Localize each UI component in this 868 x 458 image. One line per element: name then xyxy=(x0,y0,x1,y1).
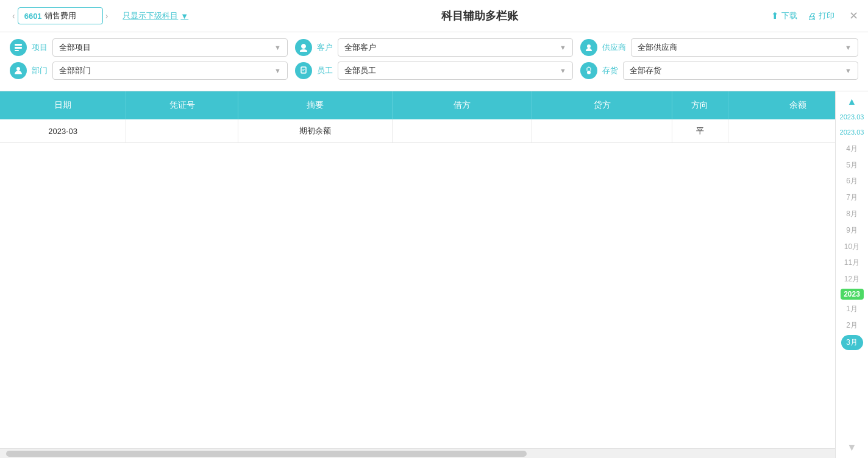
col-header-debit: 借方 xyxy=(392,91,532,119)
svg-point-6 xyxy=(587,71,591,74)
timeline-item-1[interactable]: 1月 xyxy=(836,301,868,317)
download-button[interactable]: ⬆ 下载 xyxy=(771,10,797,21)
svg-rect-5 xyxy=(301,67,306,73)
filter-customer: 客户 全部客户 ▼ xyxy=(295,38,573,57)
cell-debit xyxy=(392,119,532,143)
account-name: 销售费用 xyxy=(44,10,76,21)
horizontal-scrollbar[interactable] xyxy=(0,448,868,458)
project-value: 全部项目 xyxy=(59,42,91,53)
table-container: 日期 凭证号 摘要 借方 贷方 方向 余额 2023-03 xyxy=(0,91,868,448)
supplier-icon xyxy=(580,39,597,56)
filter-inventory: 存货 全部存货 ▼ xyxy=(580,62,858,80)
nav-prev-button[interactable]: ‹ xyxy=(10,10,18,22)
filter-row-1: 项目 全部项目 ▼ 客户 全部客户 ▼ 供应 xyxy=(10,38,858,57)
employee-label: 员工 xyxy=(317,65,333,76)
inventory-label: 存货 xyxy=(602,65,618,76)
employee-value: 全部员工 xyxy=(344,65,376,76)
timeline-item-4[interactable]: 4月 xyxy=(836,141,868,157)
timeline-item-10[interactable]: 10月 xyxy=(836,239,868,255)
show-sub-button[interactable]: 只显示下级科目 ▼ xyxy=(123,10,188,21)
customer-arrow-icon: ▼ xyxy=(560,44,566,51)
supplier-select[interactable]: 全部供应商 ▼ xyxy=(631,38,858,57)
timeline-item-3-selected[interactable]: 3月 xyxy=(841,335,863,350)
show-sub-label: 只显示下级科目 xyxy=(123,10,178,21)
supplier-arrow-icon: ▼ xyxy=(845,44,852,51)
department-arrow-icon: ▼ xyxy=(274,67,281,74)
timeline-year-badge[interactable]: 2023 xyxy=(841,289,864,300)
timeline-item-6[interactable]: 6月 xyxy=(836,173,868,189)
cell-date: 2023-03 xyxy=(0,119,126,143)
inventory-value: 全部存货 xyxy=(630,65,661,76)
timeline-item-11[interactable]: 11月 xyxy=(836,255,868,271)
col-header-credit: 贷方 xyxy=(532,91,672,119)
timeline-nav-up[interactable]: ▲ xyxy=(847,94,857,110)
customer-icon xyxy=(295,39,312,56)
nav-next-button[interactable]: › xyxy=(103,10,111,22)
header-actions: ⬆ 下载 🖨 打印 ✕ xyxy=(771,9,858,23)
cell-credit xyxy=(532,119,672,143)
filter-department: 部门 全部部门 ▼ xyxy=(10,62,288,80)
timeline-item-7[interactable]: 7月 xyxy=(836,189,868,206)
timeline-panel: ▲ 2023.03 2023.03 4月 5月 6月 7月 8月 9月 10月 … xyxy=(835,91,868,458)
svg-rect-1 xyxy=(15,47,22,49)
download-icon: ⬆ xyxy=(771,10,779,21)
table-row: 2023-03 期初余额 平 xyxy=(0,119,868,143)
employee-icon xyxy=(295,62,312,79)
filter-supplier: 供应商 全部供应商 ▼ xyxy=(580,38,858,57)
account-code: 6601 xyxy=(24,12,42,21)
close-button[interactable]: ✕ xyxy=(849,9,858,23)
table-area: 日期 凭证号 摘要 借方 贷方 方向 余额 2023-03 xyxy=(0,91,868,458)
download-label: 下载 xyxy=(781,10,797,21)
table-header-row: 日期 凭证号 摘要 借方 贷方 方向 余额 xyxy=(0,91,868,119)
timeline-item-8[interactable]: 8月 xyxy=(836,206,868,222)
filter-row-2: 部门 全部部门 ▼ 员工 全部员工 ▼ 存货 xyxy=(10,62,858,80)
timeline-item-2023-03-1[interactable]: 2023.03 xyxy=(836,110,868,125)
timeline-nav-down[interactable]: ▼ xyxy=(847,440,857,456)
cell-direction: 平 xyxy=(672,119,728,143)
timeline-item-9[interactable]: 9月 xyxy=(836,222,868,239)
inventory-select[interactable]: 全部存货 ▼ xyxy=(623,62,858,80)
page-title: 科目辅助多栏账 xyxy=(188,9,771,23)
department-label: 部门 xyxy=(32,65,48,76)
print-label: 打印 xyxy=(819,10,834,21)
timeline-item-2[interactable]: 2月 xyxy=(836,317,868,334)
filter-area: 项目 全部项目 ▼ 客户 全部客户 ▼ 供应 xyxy=(0,32,868,91)
show-sub-dropdown-icon: ▼ xyxy=(180,12,188,21)
supplier-value: 全部供应商 xyxy=(638,42,677,53)
inventory-arrow-icon: ▼ xyxy=(845,67,852,74)
project-arrow-icon: ▼ xyxy=(274,44,281,51)
svg-rect-2 xyxy=(15,50,19,51)
scrollbar-thumb[interactable] xyxy=(6,451,527,457)
svg-point-4 xyxy=(16,67,20,71)
inventory-icon xyxy=(580,62,597,79)
svg-rect-0 xyxy=(15,44,22,46)
header: ‹ 6601 销售费用 › 只显示下级科目 ▼ 科目辅助多栏账 ⬆ 下载 🖨 打… xyxy=(0,0,868,32)
department-icon xyxy=(10,62,27,79)
col-header-direction: 方向 xyxy=(672,91,728,119)
col-header-date: 日期 xyxy=(0,91,126,119)
project-select[interactable]: 全部项目 ▼ xyxy=(52,38,288,57)
customer-label: 客户 xyxy=(317,42,333,53)
cell-voucher xyxy=(126,119,238,143)
project-label: 项目 xyxy=(32,42,48,53)
filter-employee: 员工 全部员工 ▼ xyxy=(295,62,573,80)
timeline-item-12[interactable]: 12月 xyxy=(836,271,868,287)
employee-arrow-icon: ▼ xyxy=(560,67,566,74)
col-header-summary: 摘要 xyxy=(238,91,392,119)
project-icon xyxy=(10,39,27,56)
supplier-label: 供应商 xyxy=(602,42,626,53)
account-selector[interactable]: 6601 销售费用 xyxy=(18,7,103,24)
print-button[interactable]: 🖨 打印 xyxy=(807,10,834,21)
customer-select[interactable]: 全部客户 ▼ xyxy=(338,38,573,57)
timeline-item-2023-03-2[interactable]: 2023.03 xyxy=(836,125,868,140)
department-value: 全部部门 xyxy=(59,65,91,76)
print-icon: 🖨 xyxy=(807,11,816,21)
filter-project: 项目 全部项目 ▼ xyxy=(10,38,288,57)
svg-point-3 xyxy=(587,44,591,48)
cell-summary: 期初余额 xyxy=(238,119,392,143)
main-table: 日期 凭证号 摘要 借方 贷方 方向 余额 2023-03 xyxy=(0,91,868,143)
customer-value: 全部客户 xyxy=(344,42,376,53)
department-select[interactable]: 全部部门 ▼ xyxy=(52,62,288,80)
employee-select[interactable]: 全部员工 ▼ xyxy=(338,62,573,80)
timeline-item-5[interactable]: 5月 xyxy=(836,157,868,174)
